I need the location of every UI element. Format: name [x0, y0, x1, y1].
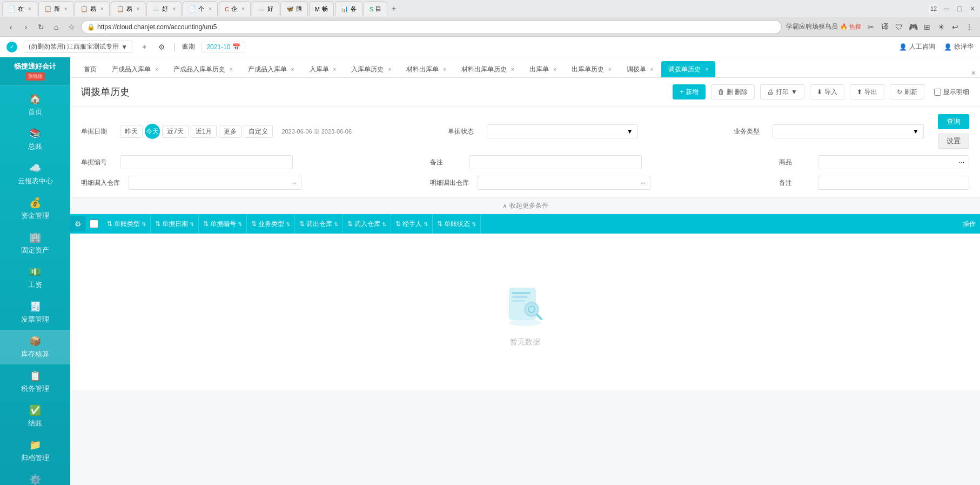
tab-outbound-history[interactable]: 出库单历史 ×: [565, 61, 619, 77]
tab-home[interactable]: 首页: [77, 61, 104, 77]
company-selector[interactable]: (勿删勿禁用) 江西服宝测试专用 ▼: [24, 41, 132, 53]
sidebar-item-home[interactable]: 🏠 首页: [0, 88, 70, 122]
maximize-btn[interactable]: □: [954, 3, 965, 14]
browser-tab-3[interactable]: 📋易×: [75, 1, 110, 16]
add-company-btn[interactable]: ＋: [139, 42, 150, 52]
remark-input[interactable]: [469, 155, 642, 169]
settings-icon[interactable]: ⚙: [156, 42, 167, 52]
close-all-tabs-btn[interactable]: ×: [971, 69, 976, 77]
query-btn[interactable]: 查询: [938, 114, 969, 129]
tab-inbound-close[interactable]: ×: [333, 67, 337, 72]
last7days-btn[interactable]: 近7天: [162, 125, 189, 138]
col-biztype[interactable]: ⇅ 业务类型 ⇅: [247, 214, 295, 234]
sidebar-item-close[interactable]: ✅ 结账: [0, 399, 70, 434]
more-btn[interactable]: 更多: [219, 125, 241, 138]
col-outwarehouse[interactable]: ⇅ 调出仓库 ⇅: [295, 214, 343, 234]
tab-product-inbound2-close[interactable]: ×: [291, 67, 294, 72]
print-btn[interactable]: 🖨 打印 ▼: [760, 84, 804, 99]
last1month-btn[interactable]: 近1月: [191, 125, 217, 138]
delete-btn[interactable]: 🗑 删 删除: [711, 84, 755, 99]
sidebar-item-reports[interactable]: ☁️ 云报表中心: [0, 157, 70, 191]
sidebar-item-archive[interactable]: 📁 归档管理: [0, 434, 70, 468]
display-detail-checkbox[interactable]: [934, 89, 941, 96]
yesterday-btn[interactable]: 昨天: [120, 125, 143, 138]
col-docstatus[interactable]: ⇅ 单账状态 ⇅: [433, 214, 481, 234]
translate-icon[interactable]: 译: [880, 22, 890, 32]
shield-icon[interactable]: 🛡: [894, 22, 904, 32]
brightness-icon[interactable]: ☀: [936, 22, 947, 32]
tab-product-inbound[interactable]: 产成品入库单 ×: [105, 61, 165, 77]
browser-tab-5[interactable]: ☁️好×: [146, 1, 182, 16]
browser-tab-6[interactable]: 📄个×: [183, 1, 218, 16]
tab-product-inbound-close[interactable]: ×: [155, 67, 158, 72]
tab-material-outbound-close[interactable]: ×: [443, 67, 446, 72]
forward-btn[interactable]: ›: [21, 22, 31, 32]
tab-outbound-close[interactable]: ×: [553, 67, 556, 72]
scissors-icon[interactable]: ✂: [865, 22, 876, 32]
inwarehouse-select[interactable]: ···: [129, 176, 301, 190]
status-select[interactable]: ▼: [487, 124, 638, 138]
tab-material-outbound-history[interactable]: 材料出库单历史 ×: [454, 61, 521, 77]
remarks2-input[interactable]: [818, 176, 969, 190]
tab-transfer-close[interactable]: ×: [650, 67, 654, 72]
tab-transfer[interactable]: 调拨单 ×: [620, 61, 661, 77]
sidebar-item-ledger[interactable]: 📚 总账: [0, 122, 70, 157]
tab-product-inbound-history[interactable]: 产成品入库单历史 ×: [166, 61, 240, 77]
col-docno[interactable]: ⇅ 单据编号 ⇅: [199, 214, 247, 234]
tab-inbound-history-close[interactable]: ×: [388, 67, 391, 72]
reload-btn[interactable]: ↻: [36, 22, 46, 32]
sidebar-item-assets[interactable]: 🏢 固定资产: [0, 226, 70, 261]
grid-icon[interactable]: ⊞: [922, 22, 932, 32]
period-picker[interactable]: 2021-10 📅: [202, 42, 245, 52]
back-btn[interactable]: ‹: [5, 22, 16, 32]
sidebar-item-funds[interactable]: 💰 资金管理: [0, 191, 70, 226]
new-tab-btn[interactable]: ＋: [388, 3, 399, 14]
help-btn[interactable]: 👤 人工咨询: [899, 42, 935, 51]
browser-tab-7[interactable]: C企×: [219, 1, 251, 16]
menu-btn[interactable]: ⋮: [964, 22, 975, 32]
browser-tab-4[interactable]: 📋易×: [111, 1, 146, 16]
tab-transfer-history-close[interactable]: ×: [705, 67, 708, 72]
tab-material-outbound[interactable]: 材料出库单 ×: [399, 61, 453, 77]
browser-tab-9[interactable]: 🦋腾: [280, 1, 308, 16]
browser-tab-2[interactable]: 📋新×: [38, 1, 73, 16]
minimize-btn[interactable]: ─: [941, 3, 952, 14]
biztype-select[interactable]: ▼: [773, 124, 924, 138]
outwarehouse-select[interactable]: ···: [478, 176, 650, 190]
today-btn[interactable]: 今天: [145, 124, 160, 139]
col-doctype[interactable]: ⇅ 单账类型 ⇅: [103, 214, 151, 234]
col-docdate[interactable]: ⇅ 单据日期 ⇅: [151, 214, 199, 234]
browser-tab-12[interactable]: S目: [364, 1, 387, 16]
close-btn[interactable]: ×: [967, 3, 978, 14]
sidebar-item-tax[interactable]: 📋 税务管理: [0, 364, 70, 399]
tab-transfer-history[interactable]: 调拨单历史 ×: [661, 61, 715, 77]
sidebar-item-payroll[interactable]: 💵 工资: [0, 261, 70, 295]
col-handler[interactable]: ⇅ 经手人 ⇅: [391, 214, 433, 234]
sidebar-item-settings[interactable]: ⚙️ 基础设置: [0, 468, 70, 485]
col-inwarehouse[interactable]: ⇅ 调入仓库 ⇅: [343, 214, 391, 234]
tab-inbound-history[interactable]: 入库单历史 ×: [344, 61, 398, 77]
tab-inbound[interactable]: 入库单 ×: [303, 61, 344, 77]
tab-product-inbound2[interactable]: 产成品入库单 ×: [241, 61, 301, 77]
browser-tab-8[interactable]: ☁️好: [252, 1, 279, 16]
game-icon[interactable]: 🎮: [908, 22, 918, 32]
table-gear-btn[interactable]: ⚙: [70, 216, 85, 231]
refresh-btn[interactable]: ↻ 刷新: [890, 84, 924, 99]
sidebar-item-inventory[interactable]: 📦 库存核算: [0, 330, 70, 364]
goods-select[interactable]: ···: [818, 155, 969, 169]
home-btn[interactable]: ⌂: [51, 22, 62, 32]
history-icon[interactable]: ↩: [950, 22, 961, 32]
import-btn[interactable]: ⬇ 导入: [810, 84, 844, 99]
export-btn[interactable]: ⬆ 导出: [850, 84, 884, 99]
tab-material-outbound-history-close[interactable]: ×: [511, 67, 514, 72]
custom-btn[interactable]: 自定义: [244, 125, 273, 138]
sidebar-item-invoice[interactable]: 🧾 发票管理: [0, 295, 70, 330]
settings-filter-btn[interactable]: 设置: [938, 134, 969, 149]
url-input[interactable]: 🔒 https://cloud.chanjet.com/accounting/u…: [81, 20, 782, 34]
new-btn[interactable]: + 新增: [673, 84, 705, 99]
select-all-checkbox[interactable]: [90, 220, 98, 228]
browser-tab-10[interactable]: M畅: [309, 1, 334, 16]
tab-outbound[interactable]: 出库单 ×: [522, 61, 563, 77]
docno-input[interactable]: [120, 155, 293, 169]
browser-tab-11[interactable]: 📊各: [335, 1, 363, 16]
